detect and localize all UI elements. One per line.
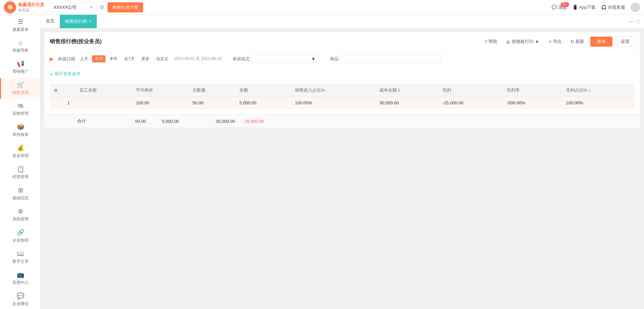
tab-sales-ranking[interactable]: 销售排行榜 × xyxy=(60,15,97,28)
cell-sales-pct-0: 100.00% xyxy=(291,97,376,109)
table-row: 1 100.00 50.00 5,000.00 100.00% 30,000.0… xyxy=(50,97,635,109)
page-settings-button[interactable]: 设置 xyxy=(616,36,635,47)
export-button[interactable]: ↗ 导出 xyxy=(545,37,564,46)
date-tab-3[interactable]: 近7天 xyxy=(122,55,137,62)
sidebar-label-11: 新手引导 xyxy=(12,259,29,264)
sidebar-icon-12: 📺 xyxy=(17,271,24,278)
status-select[interactable]: ▼ xyxy=(252,55,319,63)
table-wrapper: ⚙ 员工名称 平均单价 主数量 全额 销售收入占比% 成本全额 ℹ 毛利 xyxy=(44,84,640,114)
date-tab-1[interactable]: 本月 xyxy=(92,55,105,62)
date-filter-label: 单据日期 xyxy=(58,56,75,62)
print-button[interactable]: 🖨 按模板打印 ▼ xyxy=(503,37,542,46)
refresh-icon: ↻ xyxy=(570,39,574,44)
tab-close-icon[interactable]: × xyxy=(89,19,91,24)
status-filter-label: 单据状态 xyxy=(232,56,250,62)
settings-icon[interactable]: ⚙ xyxy=(99,4,104,10)
th-sales-pct: 销售收入占比% xyxy=(291,84,376,97)
sidebar-item-11[interactable]: 📖新手引导 xyxy=(0,247,40,268)
sidebar-item-4[interactable]: 🛍采购管理 xyxy=(0,99,40,120)
logo-icon: 畅 xyxy=(4,1,16,13)
th-cost: 成本全额 ℹ xyxy=(375,84,438,97)
th-name: 员工名称 xyxy=(75,84,132,97)
company-select[interactable]: XXXXX公司 ▼ xyxy=(50,3,97,12)
date-tab-2[interactable]: 本年 xyxy=(107,55,120,62)
tab-minimize-icon[interactable]: — xyxy=(628,18,633,24)
sidebar-icon-6: 💰 xyxy=(17,144,24,152)
sidebar-item-8[interactable]: ⊞基础信息 xyxy=(0,183,40,204)
th-avg-price: 平均单价 xyxy=(132,84,188,97)
sidebar-item-2[interactable]: 📢营销推广 xyxy=(0,57,40,78)
sidebar-icon-0: ☰ xyxy=(18,18,23,25)
sidebar-item-12[interactable]: 📺应用中心 xyxy=(0,268,40,289)
goods-filter-label: 商品 xyxy=(330,56,339,62)
date-tab-0[interactable]: 上月 xyxy=(77,55,91,62)
cell-cost-0: 30,000.00 xyxy=(375,97,438,109)
status-filter-group: 单据状态 ▼ xyxy=(232,55,319,63)
th-rank xyxy=(62,84,75,97)
expand-chevron-icon: ∨ xyxy=(50,71,53,76)
trial-button[interactable]: 体验行业方案 xyxy=(108,2,143,12)
sidebar-icon-2: 📢 xyxy=(17,60,24,67)
filter-expand-icon[interactable]: ▶ xyxy=(50,56,54,62)
sidebar-item-3[interactable]: 🛒销售管理 xyxy=(0,78,40,99)
top-right-area: 💬 消息 99+ 📱 App下载 🎧 在线客服 xyxy=(552,3,640,12)
cost-info-icon[interactable]: ℹ xyxy=(398,88,400,93)
page-title: 销售排行榜(按业务员) xyxy=(50,38,102,45)
date-tab-5[interactable]: 自定义 xyxy=(154,55,171,62)
sidebar-item-5[interactable]: 📦库存核算 xyxy=(0,120,40,141)
logo-main: 畅赢通好生意 xyxy=(18,2,44,8)
sidebar-label-12: 应用中心 xyxy=(12,280,29,286)
tab-home[interactable]: 首页 xyxy=(40,15,60,28)
sort-icon[interactable]: ↕ xyxy=(589,88,591,93)
export-icon: ↗ xyxy=(548,39,552,44)
sidebar-item-1[interactable]: ⌂快捷导航 xyxy=(0,36,40,57)
notification-area[interactable]: 💬 消息 99+ xyxy=(552,4,567,10)
th-gross-rate: 毛利率 xyxy=(503,84,562,97)
page-actions: ? 帮助 🖨 按模板打印 ▼ ↗ 导出 xyxy=(482,36,635,47)
sidebar-item-10[interactable]: 🔗企业协同 xyxy=(0,225,40,247)
online-service-btn[interactable]: 🎧 在线客服 xyxy=(601,4,625,10)
sidebar-icon-5: 📦 xyxy=(17,123,24,131)
sidebar-item-6[interactable]: 💰资金管理 xyxy=(0,141,40,162)
cell-settings-0 xyxy=(50,97,62,109)
sidebar-icon-9: ⚙ xyxy=(18,208,23,215)
message-icon: 💬 xyxy=(552,5,557,10)
app-download-btn[interactable]: 📱 App下载 xyxy=(572,4,596,10)
tab-maximize-icon[interactable]: □ xyxy=(637,18,640,24)
goods-select[interactable]: ... xyxy=(341,55,441,63)
sidebar-icon-10: 🔗 xyxy=(17,229,24,236)
sidebar-icon-7: 📋 xyxy=(17,165,24,173)
page-header: 销售排行榜(按业务员) ? 帮助 🖨 按模板打印 ▼ xyxy=(44,32,640,51)
content-area: 首页 销售排行榜 × — □ 销售排行榜(按业务员) xyxy=(40,15,644,309)
cell-amount-0: 5,000.00 xyxy=(235,97,291,109)
sidebar-item-13[interactable]: 💬企业微信 xyxy=(0,289,40,309)
sidebar-item-0[interactable]: ☰搜索菜单 xyxy=(0,15,40,36)
footer-qty: 50.00 xyxy=(131,119,158,124)
expand-button[interactable]: ∨ 展开更多条件 xyxy=(50,69,635,78)
sidebar-icon-3: 🛒 xyxy=(17,81,24,89)
sidebar-icon-8: ⊞ xyxy=(18,187,23,194)
sidebar-label-4: 采购管理 xyxy=(12,111,29,116)
sidebar-label-6: 资金管理 xyxy=(12,153,29,159)
avatar[interactable] xyxy=(631,3,640,12)
app-download-label: App下载 xyxy=(579,4,596,10)
sidebar-label-7: 经营管理 xyxy=(12,174,29,180)
sidebar-item-7[interactable]: 📋经营管理 xyxy=(0,162,40,183)
logo-area: 畅 畅赢通好生意 标准版 xyxy=(4,1,44,13)
sidebar-label-13: 企业微信 xyxy=(12,301,29,307)
date-tab-4[interactable]: 更多 xyxy=(139,55,152,62)
query-button[interactable]: 查询 xyxy=(590,37,612,47)
sidebar-item-9[interactable]: ⚙系统管理 xyxy=(0,204,40,225)
cell-name-0 xyxy=(75,97,132,109)
sidebar-label-10: 企业协同 xyxy=(12,238,29,243)
sidebar-icon-11: 📖 xyxy=(17,250,24,257)
refresh-button[interactable]: ↻ 刷新 xyxy=(568,37,587,46)
cell-avg-price-0: 100.00 xyxy=(132,97,188,109)
help-icon: ? xyxy=(485,39,487,44)
download-icon: 📱 xyxy=(572,5,578,10)
data-table: ⚙ 员工名称 平均单价 主数量 全额 销售收入占比% 成本全额 ℹ 毛利 xyxy=(50,84,635,109)
help-button[interactable]: ? 帮助 xyxy=(482,37,500,46)
date-filter-group: 单据日期 上月本月本年近7天更多自定义 2023-06-01 至 2023-06… xyxy=(58,55,222,62)
tab-label: 销售排行榜 xyxy=(65,18,87,24)
print-chevron-icon: ▼ xyxy=(535,39,539,44)
